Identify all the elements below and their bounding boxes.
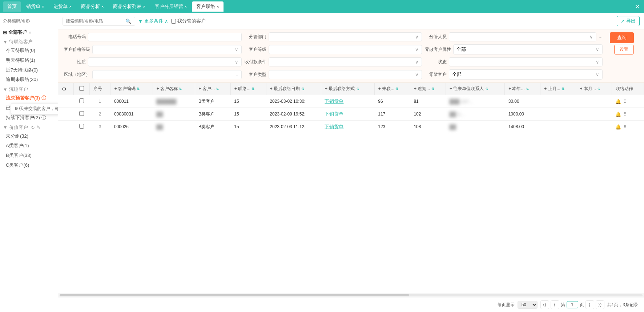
first-page-button[interactable]: ⟨⟨: [540, 300, 549, 309]
dept-select[interactable]: ∨: [269, 32, 422, 41]
status-select[interactable]: ∨: [449, 57, 603, 66]
prev-page-button[interactable]: ⟨: [551, 300, 559, 309]
row-last-method[interactable]: 下销货单: [321, 108, 374, 121]
customer-segment-label: 客户分层经营: [155, 3, 183, 10]
more-icon[interactable]: ⠿: [623, 124, 627, 130]
customer-type-select[interactable]: ∨: [269, 70, 422, 79]
retail-attr-select[interactable]: 全部 ∨: [453, 44, 603, 54]
unit-contact-column-header[interactable]: + 往来单位联系人 ⇅: [446, 83, 505, 95]
contact-column-header[interactable]: + 联络... ⇅: [230, 83, 266, 95]
this-year-column-header[interactable]: + 本年... ⇅: [505, 83, 540, 95]
contact-icon[interactable]: 🔔: [615, 112, 621, 117]
query-button[interactable]: 查询: [610, 32, 634, 43]
select-all-checkbox[interactable]: [79, 86, 84, 91]
close-icon[interactable]: ×: [101, 4, 104, 9]
last-date-column-header[interactable]: + 最后联络日期 ⇅: [266, 83, 321, 95]
content-area: 🔍 ▼ 更多条件 ∧ 我分管的客户 ↗ 导出: [58, 13, 644, 312]
sidebar-item-tomorrow[interactable]: 明天待联络(1): [0, 56, 58, 65]
payment-select[interactable]: ∨: [269, 57, 422, 66]
row-last-method[interactable]: 下销货单: [321, 95, 374, 108]
close-icon[interactable]: ×: [143, 4, 145, 9]
export-button[interactable]: ↗ 导出: [617, 16, 640, 26]
filter-status: 状态 ∨: [425, 57, 603, 66]
nav-tab-home[interactable]: 首页: [3, 1, 21, 12]
sidebar-item-today[interactable]: 今天待联络(0): [0, 46, 58, 56]
contact-icon[interactable]: 🔔: [615, 124, 621, 130]
dots-icon[interactable]: ···: [599, 34, 603, 40]
search-icon[interactable]: 🔍: [125, 19, 131, 24]
sidebar-item-c-class[interactable]: C类客户(6): [0, 161, 58, 170]
last-month-column-header[interactable]: + 上月... ⇅: [540, 83, 576, 95]
sidebar-item-overdue[interactable]: 逾期未联络(30): [0, 75, 58, 85]
overdue-column-header[interactable]: + 逾期... ⇅: [410, 83, 446, 95]
chevron-down-icon: ∨: [415, 47, 419, 52]
refresh-icon[interactable]: ↻: [31, 125, 35, 130]
gear-icon[interactable]: ⚙: [62, 86, 67, 92]
more-conditions-button[interactable]: ▼ 更多条件 ∧: [138, 18, 168, 24]
row-num: 2: [89, 108, 110, 121]
sidebar-item-ungrouped[interactable]: 未分组(32): [0, 131, 58, 141]
horizontal-scrollbar[interactable]: [58, 293, 644, 297]
nav-tab-purchase[interactable]: 进货单 ×: [49, 1, 76, 12]
type-column-header[interactable]: + 客户... ⇅: [195, 83, 230, 95]
nav-tab-customer-segment[interactable]: 客户分层经营 ×: [150, 1, 191, 12]
no-contact-column-header[interactable]: + 未联... ⇅: [374, 83, 410, 95]
window-close-button[interactable]: ✕: [633, 2, 641, 12]
row-this-month: [576, 121, 612, 133]
region-select[interactable]: ···: [92, 70, 242, 79]
nature-select[interactable]: ∨: [88, 57, 242, 66]
more-icon[interactable]: ⠿: [623, 112, 627, 117]
customer-level-select[interactable]: ∨: [269, 45, 422, 54]
dots-icon[interactable]: ···: [234, 72, 238, 77]
my-customers-checkbox-label[interactable]: 我分管的客户: [171, 18, 206, 24]
retail-customer-value: 全部: [452, 71, 462, 78]
close-icon[interactable]: ×: [217, 4, 219, 9]
filter-payment: 收付款条件 ∨: [245, 57, 422, 66]
next-page-button[interactable]: ⟩: [585, 300, 594, 309]
search-box[interactable]: 🔍: [63, 17, 135, 26]
this-month-column-header[interactable]: + 本月... ⇅: [576, 83, 612, 95]
name-column-header[interactable]: + 客户名称 ⇅: [153, 83, 195, 95]
row-overdue: 108: [410, 121, 446, 133]
nav-tab-analysis-list[interactable]: 商品分析列表 ×: [109, 1, 149, 12]
sidebar-section-pending[interactable]: ▼ 待联络客户: [0, 37, 58, 46]
filter-region: 区域（地区） ···: [64, 70, 242, 79]
contact-icon[interactable]: 🔔: [615, 99, 621, 104]
sidebar-section-value[interactable]: ▼ 价值客户 ↻ ✎: [0, 123, 58, 131]
close-icon[interactable]: ×: [69, 4, 71, 9]
per-page-select[interactable]: 50 20 100: [518, 301, 538, 309]
nav-tab-customer-contact[interactable]: 客户联络 ×: [192, 1, 223, 12]
settings-column-header[interactable]: ⚙: [58, 83, 74, 95]
sidebar-search-box[interactable]: 🔍: [0, 16, 58, 26]
close-icon[interactable]: ×: [185, 4, 187, 9]
sidebar-item-7days[interactable]: 近7天待联络(0): [0, 65, 58, 75]
retail-customer-select[interactable]: 全部 ∨: [449, 69, 603, 80]
edit-icon[interactable]: ✎: [36, 125, 40, 130]
manager-select[interactable]: ∨: [449, 32, 596, 41]
search-input[interactable]: [66, 19, 124, 24]
close-icon[interactable]: ×: [42, 4, 44, 9]
row-checkbox-2[interactable]: [79, 111, 84, 116]
settings-button[interactable]: 设置: [614, 45, 634, 54]
last-method-column-header[interactable]: + 最后联络方式 ⇅: [321, 83, 374, 95]
nav-tab-analysis[interactable]: 商品分析 ×: [77, 1, 108, 12]
price-level-select[interactable]: ∨: [92, 45, 242, 54]
sidebar-item-a-class[interactable]: A类客户(1): [0, 141, 58, 151]
row-checkbox-3[interactable]: [79, 124, 84, 129]
filter-retail-customer: 零散客户 全部 ∨: [425, 69, 603, 80]
last-page-button[interactable]: ⟩⟩: [596, 300, 604, 309]
sidebar-search-input[interactable]: [3, 19, 57, 24]
price-level-label: 客户价格等级: [64, 46, 90, 53]
sidebar-item-churn-warning[interactable]: 流失预警客户(3) ⓘ: [0, 93, 58, 103]
sidebar-section-lost[interactable]: ▼ 沉睡客户: [0, 85, 58, 93]
code-column-header[interactable]: + 客户编码 ⇅: [110, 83, 153, 95]
row-last-method[interactable]: 下销货单: [321, 121, 374, 133]
row-checkbox-1[interactable]: [79, 98, 84, 103]
nav-tab-sales[interactable]: 销货单 ×: [22, 1, 48, 12]
more-icon[interactable]: ⠿: [623, 99, 627, 104]
sidebar-item-b-class[interactable]: B类客户(33): [0, 151, 58, 161]
page-input[interactable]: [567, 301, 578, 308]
all-customers-header[interactable]: ⊞ 全部客户 «: [0, 28, 58, 37]
phone-input[interactable]: [88, 33, 242, 41]
my-customers-checkbox[interactable]: [171, 19, 176, 24]
